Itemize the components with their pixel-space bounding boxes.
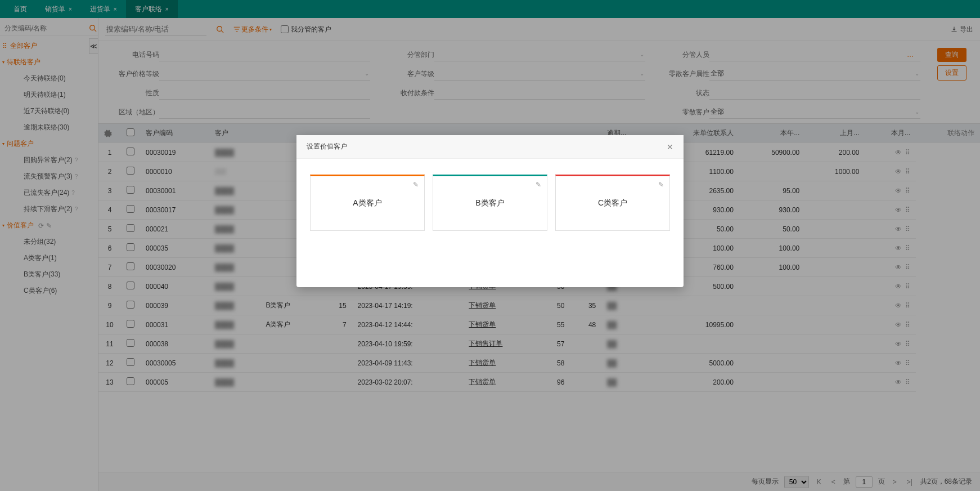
edit-icon[interactable]: ✎ (536, 181, 541, 189)
value-customer-card[interactable]: ✎B类客户 (433, 175, 547, 231)
value-customer-card[interactable]: ✎C类客户 (555, 175, 670, 231)
modal-title: 设置价值客户 (307, 142, 347, 151)
modal-close-button[interactable]: ✕ (667, 142, 673, 151)
modal-overlay[interactable]: 设置价值客户 ✕ ✎A类客户✎B类客户✎C类客户 (0, 0, 980, 491)
edit-icon[interactable]: ✎ (658, 181, 664, 189)
value-customer-card[interactable]: ✎A类客户 (310, 175, 425, 231)
edit-icon[interactable]: ✎ (413, 181, 419, 189)
value-customer-modal: 设置价值客户 ✕ ✎A类客户✎B类客户✎C类客户 (296, 135, 684, 287)
